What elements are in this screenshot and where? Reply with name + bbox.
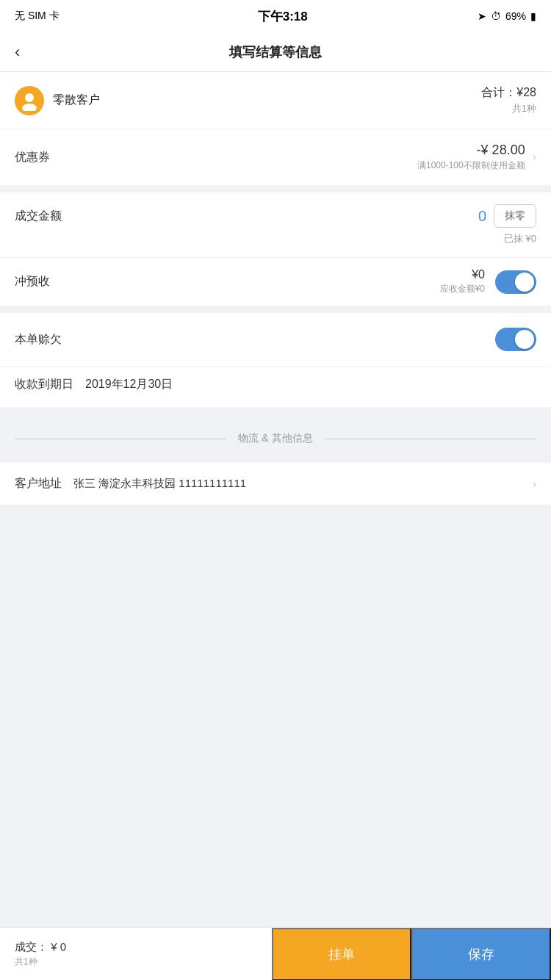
back-button[interactable]: ‹ xyxy=(15,43,20,62)
nav-bar: ‹ 填写结算等信息 xyxy=(0,32,551,72)
precollect-value: ¥0 应收金额¥0 xyxy=(440,268,485,295)
empty-space xyxy=(0,512,551,659)
duedate-label: 收款到期日 xyxy=(15,377,73,392)
chevron-icon: › xyxy=(533,151,536,164)
hold-button[interactable]: 挂单 xyxy=(272,928,411,981)
svg-point-1 xyxy=(22,104,37,111)
save-button[interactable]: 保存 xyxy=(411,928,551,981)
round-button[interactable]: 抹零 xyxy=(494,204,536,228)
precollect-amount: ¥0 xyxy=(440,268,485,281)
address-section: 客户地址 张三 海淀永丰科技园 11111111111 › xyxy=(0,463,551,505)
logistics-line-left xyxy=(15,439,226,439)
customer-right: 合计：¥28 共1种 xyxy=(481,85,536,115)
logistics-label-row: 物流 & 其他信息 xyxy=(0,422,551,455)
status-right: ➤ ⏱ 69% ▮ xyxy=(478,10,536,22)
status-bar: 无 SIM 卡 下午3:18 ➤ ⏱ 69% ▮ xyxy=(0,0,551,32)
bottom-total-value: ¥ 0 xyxy=(51,940,66,953)
coupon-row[interactable]: 优惠券 -¥ 28.00 满1000-100不限制使用金额 › xyxy=(0,129,551,185)
transaction-section: 成交金额 0 抹零 已抹 ¥0 冲预收 ¥0 应收金额¥0 xyxy=(0,192,551,306)
page-title: 填写结算等信息 xyxy=(229,43,322,61)
battery-icon: ▮ xyxy=(530,10,536,22)
coupon-right: -¥ 28.00 满1000-100不限制使用金额 › xyxy=(417,143,536,172)
alarm-icon: ⏱ xyxy=(491,10,501,22)
address-label: 客户地址 xyxy=(15,476,62,491)
page-content: 零散客户 合计：¥28 共1种 优惠券 -¥ 28.00 满1000-100不限… xyxy=(0,72,551,659)
duedate-row: 收款到期日 2019年12月30日 xyxy=(0,366,551,407)
toggle-knob xyxy=(515,273,534,292)
logistics-line-right xyxy=(325,439,536,439)
transaction-row: 成交金额 0 抹零 xyxy=(0,192,551,232)
already-rounded: 已抹 ¥0 xyxy=(0,232,551,257)
bottom-bar: 成交： ¥ 0 共1种 挂单 保存 xyxy=(0,927,551,980)
precollect-right: ¥0 应收金额¥0 xyxy=(440,268,536,295)
discount-sub: 满1000-100不限制使用金额 xyxy=(417,159,525,172)
address-value: 张三 海淀永丰科技园 11111111111 xyxy=(73,477,533,491)
precollect-sub: 应收金额¥0 xyxy=(440,283,485,295)
coupon-value: -¥ 28.00 满1000-100不限制使用金额 xyxy=(417,143,525,172)
debt-row: 本单赊欠 xyxy=(0,313,551,366)
precollect-row: 冲预收 ¥0 应收金额¥0 xyxy=(0,257,551,306)
debt-toggle[interactable] xyxy=(495,328,536,351)
battery-text: 69% xyxy=(505,10,526,22)
transaction-label: 成交金额 xyxy=(15,209,62,224)
bottom-total: 成交： ¥ 0 xyxy=(15,940,257,954)
debt-section: 本单赊欠 收款到期日 2019年12月30日 xyxy=(0,313,551,407)
debt-label: 本单赊欠 xyxy=(15,332,62,347)
discount-amount: -¥ 28.00 xyxy=(417,143,525,158)
duedate-value: 2019年12月30日 xyxy=(85,377,173,392)
customer-card: 零散客户 合计：¥28 共1种 优惠券 -¥ 28.00 满1000-100不限… xyxy=(0,72,551,185)
transaction-value: 0 xyxy=(478,208,486,225)
status-left: 无 SIM 卡 xyxy=(15,10,88,23)
debt-toggle-knob xyxy=(515,330,534,349)
bottom-count: 共1种 xyxy=(15,956,257,968)
customer-row: 零散客户 合计：¥28 共1种 xyxy=(0,72,551,129)
precollect-toggle[interactable] xyxy=(495,270,536,294)
total-amount: 合计：¥28 xyxy=(481,85,536,101)
svg-point-0 xyxy=(25,93,34,102)
status-time: 下午3:18 xyxy=(258,8,308,25)
total-count: 共1种 xyxy=(481,102,536,115)
address-row[interactable]: 客户地址 张三 海淀永丰科技园 11111111111 › xyxy=(0,463,551,505)
precollect-label: 冲预收 xyxy=(15,274,50,289)
customer-name: 零散客户 xyxy=(53,93,100,108)
location-icon: ➤ xyxy=(478,10,486,22)
avatar xyxy=(15,86,44,115)
coupon-label: 优惠券 xyxy=(15,150,50,165)
logistics-section: 物流 & 其他信息 xyxy=(0,414,551,463)
transaction-right: 0 抹零 xyxy=(478,204,536,228)
bottom-total-label: 成交： xyxy=(15,940,48,953)
address-chevron-icon: › xyxy=(533,478,536,491)
logistics-text: 物流 & 其他信息 xyxy=(226,432,324,445)
bottom-info: 成交： ¥ 0 共1种 xyxy=(0,940,272,968)
customer-left: 零散客户 xyxy=(15,86,100,115)
